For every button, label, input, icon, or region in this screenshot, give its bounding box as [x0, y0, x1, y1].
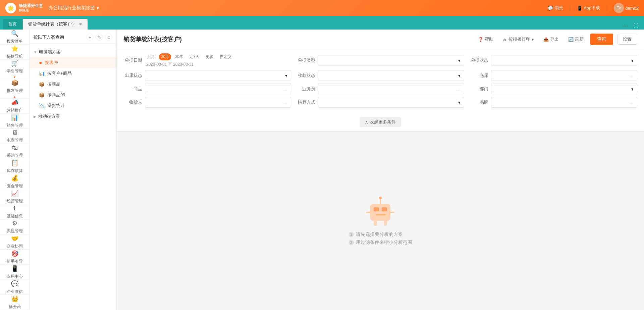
sidebar-item-enterprise[interactable]: 🤝 企业协同	[0, 235, 29, 250]
settings-button[interactable]: 设置	[617, 34, 637, 45]
left-panel-actions: + ✎ «	[86, 34, 112, 41]
sidebar-item-purchase[interactable]: 🛍 采购管理	[0, 144, 29, 159]
sidebar-item-basic[interactable]: ℹ 基础信息	[0, 204, 29, 219]
tree-item-by-customer[interactable]: ● 按客户	[30, 57, 116, 68]
warehouse-input[interactable]: …	[491, 70, 637, 81]
app-selector[interactable]: 办公用品行业模拟账套 ▾	[43, 5, 548, 11]
empty-svg	[360, 194, 400, 227]
svg-rect-2	[382, 207, 387, 211]
app-selector-arrow: ▾	[97, 5, 99, 11]
date-last-month[interactable]: 上月	[145, 53, 157, 60]
collapse-icon: «	[107, 35, 110, 40]
tree-group-pc[interactable]: ▼ 电脑端方案	[30, 47, 116, 57]
window-controls: — ⛶	[621, 21, 644, 30]
edit-icon: ✎	[97, 35, 101, 40]
sidebar-item-finance[interactable]: 💰 资金管理	[0, 174, 29, 189]
sidebar-item-ecommerce[interactable]: 🖥 电商管理	[0, 129, 29, 144]
refresh-label: 刷新	[575, 36, 584, 42]
member-icon: 👑	[11, 295, 18, 303]
date-range: 2023-03-01 至 2023-03-31	[146, 62, 291, 67]
tab-home[interactable]: 首页	[3, 19, 22, 30]
consignee-input[interactable]: …	[145, 97, 291, 108]
tab-close-icon[interactable]: ✕	[79, 22, 82, 27]
add-scheme-btn[interactable]: +	[86, 34, 94, 41]
doctype-input[interactable]: ▾	[318, 55, 464, 66]
date-7days[interactable]: 近7天	[187, 53, 202, 60]
sidebar-item-wholesale[interactable]: 📦 批发管理 ▲	[0, 79, 29, 99]
logo-text: 畅捷通好生意	[19, 3, 43, 8]
sidebar-item-system[interactable]: ⚙ 系统管理	[0, 219, 29, 235]
filter-row-2: 出库状态 ▾ 收款状态 ▾ 仓库 …	[117, 70, 644, 85]
brand-input[interactable]: …	[491, 97, 637, 108]
message-btn[interactable]: 💬 消息	[548, 5, 563, 11]
template-print-btn[interactable]: 🖨 按模板打印 ▾	[500, 35, 537, 44]
logo-icon: 🌟	[5, 3, 16, 13]
window-maximize-btn[interactable]: ⛶	[632, 21, 640, 30]
warehouse-label: 仓库	[470, 72, 488, 79]
quicknav-icon: ⭐	[11, 45, 18, 52]
outstatus-input[interactable]: ▾	[145, 70, 291, 81]
tip2-text: 用过滤条件来缩小分析范围	[356, 240, 412, 246]
sidebar-item-sales[interactable]: 📊 销售管理	[0, 114, 29, 129]
sidebar-item-business[interactable]: 📈 经营管理	[0, 189, 29, 204]
tree-group-mobile[interactable]: ▶ 移动端方案	[30, 111, 116, 122]
by-goods99-icon: 📦	[39, 92, 45, 98]
sidebar-item-marketing[interactable]: 📣 营销推广	[0, 99, 29, 114]
payment-input[interactable]: ▾	[318, 97, 464, 108]
message-label: 消息	[554, 5, 563, 11]
filter-section: 单据日期 上月 本月 本年 近7天 更多 自定义 2023-03-01 至 20…	[117, 49, 644, 132]
app-download-icon: 📱	[577, 6, 582, 11]
date-custom[interactable]: 自定义	[218, 53, 234, 60]
tree-item-by-customer-label: 按客户	[45, 60, 58, 66]
salesman-input[interactable]: …	[318, 84, 464, 94]
user-name: demo2	[625, 6, 639, 11]
sidebar-item-retail[interactable]: 🛒 零售管理 ▼	[0, 60, 29, 79]
date-more[interactable]: 更多	[204, 53, 216, 60]
help-btn[interactable]: ❓ 帮助	[475, 35, 496, 44]
sidebar-item-inventory[interactable]: 📋 库存核算	[0, 159, 29, 174]
tree-item-by-goods[interactable]: 📦 按商品	[30, 79, 116, 90]
query-button[interactable]: 查询	[590, 34, 613, 45]
sidebar-item-quicknav[interactable]: ⭐ 快捷导航	[0, 45, 29, 60]
logo-sub: 标账版	[19, 8, 43, 13]
tree-item-return-stats[interactable]: 📉 退货统计	[30, 100, 116, 111]
sidebar-item-search[interactable]: 🔍 搜索菜单	[0, 30, 29, 45]
refresh-btn[interactable]: 🔄 刷新	[566, 35, 586, 44]
by-customer-icon: ●	[39, 60, 42, 66]
receiptstatus-input[interactable]: ▾	[318, 70, 464, 81]
retail-arrow: ▼	[13, 75, 16, 79]
export-btn[interactable]: 📤 导出	[541, 35, 561, 44]
department-input[interactable]: ▾	[491, 84, 637, 94]
header-right: 💬 消息 📱 App下载 Ea demo2	[548, 3, 639, 13]
sidebar-item-appcenter[interactable]: 📱 应用中心	[0, 265, 29, 280]
tree-item-by-customer-goods[interactable]: 📊 按客户+商品	[30, 68, 116, 79]
sidebar-item-newguide-label: 新手引导	[7, 259, 23, 264]
sidebar-item-finance-label: 资金管理	[7, 183, 23, 189]
tab-sales-stats[interactable]: 销货单统计表（按客户） ✕	[23, 19, 88, 30]
collapse-more-btn[interactable]: ∧ 收起更多条件	[360, 117, 401, 127]
docstatus-input[interactable]: ▾	[491, 55, 637, 66]
tree-item-by-goods99[interactable]: 📦 按商品99	[30, 90, 116, 100]
sidebar-item-inventory-label: 库存核算	[7, 168, 23, 174]
collapse-panel-btn[interactable]: «	[105, 34, 112, 41]
receiptstatus-label: 收款状态	[297, 72, 315, 79]
tip1-text: 请先选择要分析的方案	[356, 231, 403, 238]
edit-scheme-btn[interactable]: ✎	[96, 34, 103, 41]
consignee-label: 收货人	[123, 99, 142, 105]
app-download-btn[interactable]: 📱 App下载	[577, 5, 600, 11]
export-label: 导出	[550, 36, 559, 42]
help-label: 帮助	[485, 36, 493, 42]
window-minimize-btn[interactable]: —	[621, 21, 629, 30]
sidebar-item-member[interactable]: 👑 畅会员	[0, 295, 29, 310]
sidebar-item-weixin[interactable]: 💬 企业微信	[0, 280, 29, 295]
filter-date-item: 单据日期 上月 本月 本年 近7天 更多 自定义 2023-03-01 至 20…	[123, 53, 291, 67]
sidebar-item-ecommerce-label: 电商管理	[7, 138, 23, 143]
date-this-month[interactable]: 本月	[159, 53, 171, 60]
user-area[interactable]: Ea demo2	[614, 3, 639, 13]
sidebar-item-newguide[interactable]: 🎯 新手引导	[0, 250, 29, 265]
filter-warehouse-item: 仓库 …	[470, 70, 637, 81]
pc-group-label: 电脑端方案	[39, 49, 61, 55]
sales-icon: 📊	[11, 114, 18, 121]
goods-input[interactable]: …	[145, 84, 291, 94]
date-this-year[interactable]: 本年	[173, 53, 185, 60]
